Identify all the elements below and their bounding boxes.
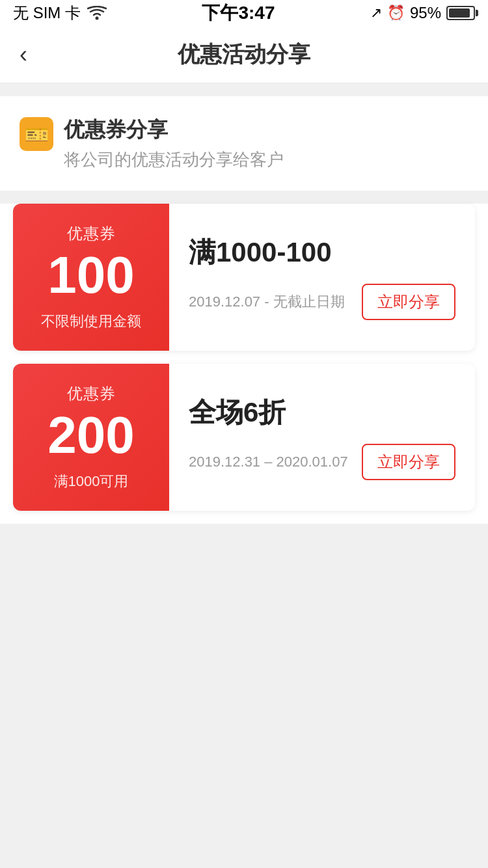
nav-title: 优惠活动分享 [178, 40, 310, 70]
section-icon-emoji: 🎫 [25, 123, 49, 146]
coupon-date-1: 2019.12.07 - 无截止日期 [189, 292, 355, 312]
section-icon: 🎫 [20, 117, 53, 151]
alarm-icon: ⏰ [387, 5, 405, 21]
coupon-meta-1: 2019.12.07 - 无截止日期 立即分享 [189, 284, 455, 320]
share-button-1[interactable]: 立即分享 [362, 284, 455, 320]
location-icon: ↗ [370, 5, 382, 21]
wifi-icon [87, 6, 107, 20]
carrier-label: 无 SIM 卡 [13, 3, 81, 23]
section-title: 优惠券分享 [64, 116, 284, 144]
nav-bar: ‹ 优惠活动分享 [0, 26, 488, 83]
battery-percent: 95% [410, 4, 441, 22]
coupon-card-2: 优惠券 200 满1000可用 全场6折 2019.12.31 – 2020.0… [13, 364, 475, 511]
section-text: 优惠券分享 将公司的优惠活动分享给客户 [64, 116, 284, 171]
section-header: 🎫 优惠券分享 将公司的优惠活动分享给客户 [0, 96, 488, 191]
coupon-value-2: 200 [47, 409, 134, 461]
status-bar: 无 SIM 卡 下午3:47 ↗ ⏰ 95% [0, 0, 488, 26]
status-left: 无 SIM 卡 [13, 3, 107, 23]
coupon-label-2: 优惠券 [67, 383, 116, 404]
coupon-label-1: 优惠券 [67, 223, 116, 244]
coupon-condition-1: 不限制使用金额 [41, 312, 141, 331]
coupon-left-1: 优惠券 100 不限制使用金额 [13, 204, 169, 351]
coupon-value-1: 100 [47, 249, 134, 301]
battery-icon [446, 6, 475, 20]
status-right: ↗ ⏰ 95% [370, 4, 475, 22]
coupon-date-2: 2019.12.31 – 2020.01.07 [189, 454, 355, 470]
coupon-list: 优惠券 100 不限制使用金额 满1000-100 2019.12.07 - 无… [0, 204, 488, 524]
coupon-left-2: 优惠券 200 满1000可用 [13, 364, 169, 511]
coupon-card-1: 优惠券 100 不限制使用金额 满1000-100 2019.12.07 - 无… [13, 204, 475, 351]
coupon-name-2: 全场6折 [189, 394, 455, 431]
svg-point-0 [96, 17, 99, 20]
battery-fill [449, 8, 470, 18]
content-area: 🎫 优惠券分享 将公司的优惠活动分享给客户 优惠券 100 不限制使用金额 满1… [0, 83, 488, 537]
coupon-condition-2: 满1000可用 [54, 472, 129, 491]
section-description: 将公司的优惠活动分享给客户 [64, 148, 284, 171]
coupon-meta-2: 2019.12.31 – 2020.01.07 立即分享 [189, 444, 455, 480]
back-button[interactable]: ‹ [20, 41, 27, 68]
status-time: 下午3:47 [202, 1, 275, 25]
coupon-right-1: 满1000-100 2019.12.07 - 无截止日期 立即分享 [169, 204, 475, 351]
coupon-name-1: 满1000-100 [189, 234, 455, 271]
share-button-2[interactable]: 立即分享 [362, 444, 455, 480]
coupon-right-2: 全场6折 2019.12.31 – 2020.01.07 立即分享 [169, 364, 475, 511]
